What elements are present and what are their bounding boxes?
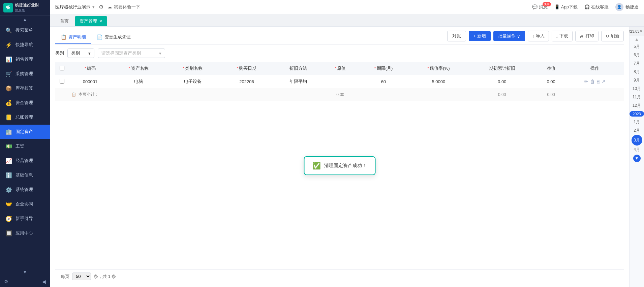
row-accumulated: 0.00 xyxy=(468,75,536,88)
purchase-icon: 🛒 xyxy=(5,71,12,77)
sub-tab-change-voucher[interactable]: 📄 变更生成凭证 xyxy=(91,31,136,44)
sidebar-item-basic-info[interactable]: ℹ️ 基础信息 xyxy=(0,168,50,183)
copy-icon[interactable]: ⎘ xyxy=(597,79,600,84)
total-count-label: 条，共 1 条 xyxy=(94,274,116,280)
account-button[interactable]: 对账 xyxy=(447,31,466,41)
row-period-months: 60 xyxy=(358,75,409,88)
calendar-close-icon[interactable]: ✕ xyxy=(639,29,643,34)
sidebar-item-ledger[interactable]: 📒 总账管理 xyxy=(0,110,50,125)
refresh-button[interactable]: ↻ 刷新 xyxy=(601,31,624,41)
sidebar-item-system[interactable]: ⚙️ 系统管理 xyxy=(0,183,50,197)
calendar-scroll-down-btn[interactable]: ▼ xyxy=(633,154,641,163)
sidebar-item-quick-nav[interactable]: ⚡ 快捷导航 xyxy=(0,38,50,52)
sidebar-item-sales[interactable]: 📊 销售管理 xyxy=(0,52,50,67)
sidebar-item-search[interactable]: 🔍 搜索菜单 xyxy=(0,23,50,38)
calendar-month-1[interactable]: 1月 xyxy=(630,118,644,126)
print-label: 打印 xyxy=(585,33,594,39)
guide-icon: 🧭 xyxy=(5,216,12,222)
calendar-month-6[interactable]: 6月 xyxy=(630,51,644,59)
header-operation: 操作 xyxy=(566,62,624,75)
toolbar-buttons: 对账 + 新增 批量操作 ∨ ↑ 导入 ↓ 下载 🖨 xyxy=(447,31,624,44)
collapse-icon[interactable]: ◀ xyxy=(42,279,46,284)
header-category: *类别名称 xyxy=(165,62,219,75)
new-button[interactable]: + 新增 xyxy=(469,31,491,41)
filter-label: 类别 xyxy=(55,50,64,56)
sidebar-item-fixed-assets-label: 固定资产 xyxy=(16,129,33,135)
calendar-scroll-up-btn[interactable]: ▲ xyxy=(635,36,639,42)
tab-close-icon[interactable]: ✕ xyxy=(99,19,102,24)
company-selector[interactable]: 医疗器械行业演示 ▾ xyxy=(55,4,95,10)
category-type-select[interactable]: 类别 ▾ xyxy=(67,49,94,58)
tab-home[interactable]: 首页 xyxy=(55,16,73,26)
settings-icon[interactable]: ⚙ xyxy=(4,279,8,284)
per-page-select[interactable]: 50 100 200 xyxy=(72,273,91,280)
sidebar-item-apps[interactable]: 🔲 应用中心 xyxy=(0,226,50,241)
calendar-month-2[interactable]: 2月 xyxy=(630,126,644,135)
sidebar-item-payroll[interactable]: 💵 工资 xyxy=(0,139,50,154)
service-button[interactable]: 🎧 在线客服 xyxy=(584,4,609,10)
handshake-icon: 🤝 xyxy=(5,201,12,208)
calendar-month-3-active[interactable]: 3月 xyxy=(632,135,642,146)
sub-tab-asset-detail[interactable]: 📋 资产明细 xyxy=(55,31,91,44)
sidebar-item-fixed-assets[interactable]: 🏢 固定资产 xyxy=(0,125,50,139)
filter-row: 类别 类别 ▾ 请选择固定资产类别 ▾ xyxy=(55,49,624,58)
chevron-up-icon: ▲ xyxy=(23,17,27,22)
calendar-year-2023: 2023 xyxy=(630,111,644,117)
tab-home-label: 首页 xyxy=(60,19,69,24)
header-residual-rate: *残值率(%) xyxy=(409,62,468,75)
batch-button[interactable]: 批量操作 ∨ xyxy=(493,31,525,41)
delete-icon[interactable]: 🗑 xyxy=(590,79,595,84)
experience-button[interactable]: ☁ 我要体验一下 xyxy=(108,4,140,10)
sidebar-item-purchase[interactable]: 🛒 采购管理 xyxy=(0,67,50,81)
app-download-label: App下载 xyxy=(561,4,578,10)
edit-icon[interactable]: ✏ xyxy=(584,79,588,84)
service-label: 在线客服 xyxy=(591,4,609,10)
calendar-month-4[interactable]: 4月 xyxy=(630,146,644,154)
sidebar-scroll-down[interactable]: ▼ xyxy=(0,268,50,276)
experience-icon: ☁ xyxy=(108,4,112,9)
toast-message: 清理固定资产成功！ xyxy=(324,163,367,169)
sidebar-item-operations[interactable]: 📈 经营管理 xyxy=(0,154,50,168)
calendar-month-10[interactable]: 10月 xyxy=(630,85,644,93)
company-arrow-icon: ▾ xyxy=(92,4,95,9)
more-icon[interactable]: ↗ xyxy=(602,79,606,84)
select-arrow-icon: ▾ xyxy=(88,51,91,56)
calendar-month-7[interactable]: 7月 xyxy=(630,59,644,68)
sidebar-scroll-up[interactable]: ▲ xyxy=(0,16,50,23)
avatar: 👤 xyxy=(615,3,623,11)
sidebar-item-basic-info-label: 基础信息 xyxy=(16,172,33,178)
logo-text: 畅捷通好业财 xyxy=(15,3,39,8)
message-button[interactable]: 💬 消息 99+ xyxy=(532,4,548,10)
sidebar-item-enterprise[interactable]: 🤝 企业协同 xyxy=(0,197,50,212)
calendar-month-5[interactable]: 5月 xyxy=(630,42,644,51)
calendar-month-11[interactable]: 11月 xyxy=(630,93,644,101)
row-checkbox[interactable] xyxy=(60,79,64,84)
sidebar-item-funds[interactable]: 💰 资金管理 xyxy=(0,96,50,110)
message-badge: 99+ xyxy=(543,2,551,6)
app-download-button[interactable]: 📱 App下载 xyxy=(554,4,578,10)
user-menu[interactable]: 👤 畅捷通 xyxy=(615,3,639,11)
import-button[interactable]: ↑ 导入 xyxy=(528,31,549,41)
sidebar-item-guide[interactable]: 🧭 新手引导 xyxy=(0,212,50,226)
sidebar-item-inventory[interactable]: 📦 库存核算 xyxy=(0,81,50,96)
tabs-bar: 首页 资产管理 ✕ xyxy=(50,14,644,27)
calendar-panel: 2023.03 ✕ ⤢ ▲ 5月 6月 7月 8月 9月 10月 11月 12月… xyxy=(629,27,644,287)
topbar-gear-icon[interactable]: ⚙ xyxy=(99,4,103,10)
calendar-month-9[interactable]: 9月 xyxy=(630,76,644,85)
chart-icon: 📈 xyxy=(5,158,12,164)
download-label: 下载 xyxy=(559,33,568,39)
calendar-month-8[interactable]: 8月 xyxy=(630,68,644,76)
category-select[interactable]: 请选择固定资产类别 ▾ xyxy=(98,49,165,58)
table-row: 000001 电脑 电子设备 202206 年限平均 60 5.0000 0.0… xyxy=(55,75,624,88)
inventory-icon: 📦 xyxy=(5,85,12,92)
category-arrow-icon: ▾ xyxy=(159,51,161,56)
header-depreciation-method: 折旧方法 xyxy=(274,62,323,75)
calendar-month-12[interactable]: 12月 xyxy=(630,101,644,110)
download-button[interactable]: ↓ 下载 xyxy=(552,31,573,41)
tab-asset-mgmt[interactable]: 资产管理 ✕ xyxy=(75,16,107,26)
print-button[interactable]: 🖨 打印 xyxy=(575,31,599,41)
voucher-icon: 📄 xyxy=(97,34,102,40)
select-all-checkbox[interactable] xyxy=(60,66,64,70)
sidebar-item-enterprise-label: 企业协同 xyxy=(16,201,33,207)
sidebar-item-search-label: 搜索菜单 xyxy=(16,27,33,33)
